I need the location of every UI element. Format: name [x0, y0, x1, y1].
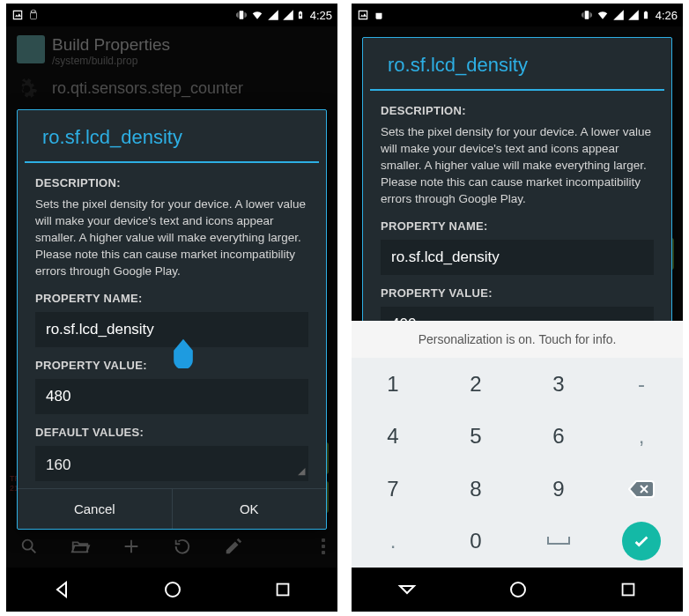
numeric-keyboard: Personalization is on. Touch for info. 1… — [352, 321, 683, 568]
phone-right: 4:26 ro.sf.lcd_density DESCRIPTION: Sets… — [352, 4, 683, 612]
dialog-title: ro.sf.lcd_density — [370, 38, 664, 91]
svg-point-6 — [166, 583, 180, 597]
wifi-icon — [596, 9, 610, 21]
svg-rect-13 — [623, 584, 634, 596]
clock: 4:26 — [656, 9, 678, 22]
svg-rect-8 — [584, 11, 589, 19]
description-text: Sets the pixel density for your device. … — [381, 124, 654, 207]
picture-icon — [11, 9, 24, 21]
navbar — [352, 568, 683, 612]
nav-recent-button[interactable] — [273, 580, 293, 599]
android-icon — [27, 9, 40, 21]
keyboard-hint[interactable]: Personalization is on. Touch for info. — [352, 321, 683, 358]
cancel-button[interactable]: Cancel — [18, 489, 173, 529]
key-0[interactable]: 0 — [434, 516, 517, 568]
svg-rect-7 — [278, 584, 289, 596]
resize-corner-icon: ◢ — [298, 464, 305, 478]
key-backspace[interactable] — [600, 463, 683, 516]
nav-recent-button[interactable] — [619, 580, 638, 599]
svg-text:R: R — [268, 11, 271, 15]
default-values-label: DEFAULT VALUES: — [35, 425, 308, 441]
home-icon — [507, 579, 529, 600]
picture-icon — [357, 9, 369, 21]
nav-back-button[interactable] — [51, 579, 72, 600]
signal-r-icon — [611, 9, 626, 21]
signal-r-icon: R — [266, 9, 280, 21]
property-name-label: PROPERTY NAME: — [35, 291, 308, 307]
nav-home-button[interactable] — [507, 579, 529, 600]
clock: 4:25 — [310, 9, 332, 22]
space-icon — [546, 535, 571, 547]
vibrate-icon — [580, 9, 594, 21]
svg-point-12 — [511, 583, 525, 597]
wifi-icon — [250, 9, 264, 21]
key-3[interactable]: 3 — [517, 358, 600, 411]
key-8[interactable]: 8 — [434, 463, 517, 516]
edit-property-dialog: ro.sf.lcd_density DESCRIPTION: Sets the … — [362, 37, 672, 352]
signal-icon — [627, 9, 640, 21]
key-dash[interactable]: - — [600, 358, 683, 411]
navbar — [6, 568, 337, 612]
key-done[interactable] — [600, 516, 683, 568]
backspace-icon — [628, 479, 655, 499]
key-space[interactable] — [517, 516, 600, 568]
check-icon — [632, 531, 651, 551]
statusbar-right: 4:26 — [352, 4, 683, 26]
key-7[interactable]: 7 — [352, 463, 434, 516]
home-icon — [162, 579, 183, 600]
text-cursor-handle[interactable] — [172, 338, 195, 367]
dialog-title: ro.sf.lcd_density — [25, 110, 319, 163]
description-text: Sets the pixel density for your device. … — [35, 197, 308, 279]
back-icon — [51, 579, 72, 600]
key-9[interactable]: 9 — [517, 463, 600, 516]
default-values-field[interactable]: 160 — [35, 446, 308, 481]
nav-home-button[interactable] — [162, 579, 183, 600]
statusbar-left: R 4:25 — [6, 4, 337, 26]
hide-keyboard-icon — [396, 579, 418, 600]
recent-icon — [619, 580, 638, 599]
key-6[interactable]: 6 — [517, 411, 600, 464]
svg-rect-0 — [239, 11, 243, 19]
vibrate-icon — [234, 9, 248, 21]
description-label: DESCRIPTION: — [381, 103, 654, 119]
property-value-label: PROPERTY VALUE: — [381, 286, 654, 301]
property-name-label: PROPERTY NAME: — [381, 219, 654, 234]
key-1[interactable]: 1 — [352, 358, 434, 411]
property-name-field[interactable] — [381, 240, 654, 275]
ok-button[interactable]: OK — [173, 489, 327, 529]
recent-icon — [273, 580, 293, 599]
key-5[interactable]: 5 — [434, 411, 517, 464]
key-4[interactable]: 4 — [352, 411, 434, 464]
description-label: DESCRIPTION: — [35, 175, 308, 191]
key-comma[interactable]: , — [600, 411, 683, 464]
edit-property-dialog: ro.sf.lcd_density DESCRIPTION: Sets the … — [17, 109, 327, 530]
android-icon — [373, 9, 385, 21]
nav-back-button[interactable] — [396, 579, 418, 600]
phone-left: R 4:25 Build Properties /system/build.pr… — [6, 4, 337, 612]
property-value-field[interactable] — [35, 379, 308, 414]
battery-charging-icon — [641, 9, 650, 21]
key-dot[interactable]: . — [352, 516, 434, 568]
key-2[interactable]: 2 — [434, 358, 517, 411]
battery-charging-icon — [296, 9, 305, 21]
signal-icon — [282, 9, 294, 21]
